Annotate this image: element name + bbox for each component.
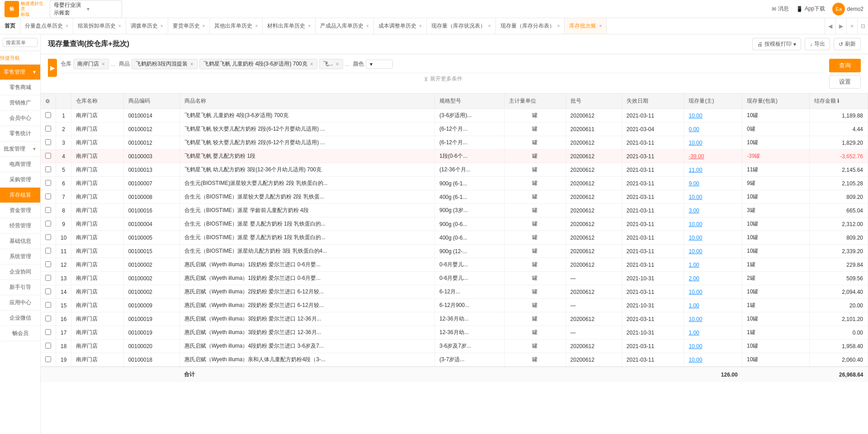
row-stock-main[interactable]: 9.00 xyxy=(684,177,742,190)
col-settings-header[interactable]: ⚙ xyxy=(41,94,56,109)
row-checkbox[interactable] xyxy=(45,316,51,321)
row-stock-main[interactable]: 11.00 xyxy=(684,163,742,177)
row-checkbox[interactable] xyxy=(45,112,51,118)
product-filter-tag-1[interactable]: 飞鹤奶粉3段丙混提装 × xyxy=(132,59,198,69)
sidebar-item-operations[interactable]: 经营管理 xyxy=(0,218,40,234)
nav-close-all[interactable]: × xyxy=(846,18,857,34)
product-filter-tag-2[interactable]: 飞鹤星飞帆 儿童奶粉 4段(3-6岁适用) 700克 × xyxy=(199,59,317,69)
tab-diaobodanhist[interactable]: 调拨单历史 × xyxy=(126,18,168,34)
sidebar-item-ecommerce[interactable]: 电商管理 xyxy=(0,157,40,172)
sidebar-item-enterprise-collab[interactable]: 企业协同 xyxy=(0,264,40,280)
row-checkbox-cell[interactable] xyxy=(41,231,56,245)
row-checkbox[interactable] xyxy=(45,302,51,308)
tab-zuzhangchaichu[interactable]: 组装拆卸单历史 × xyxy=(73,18,126,34)
row-checkbox-cell[interactable] xyxy=(41,353,56,367)
store-selector[interactable]: 母婴行业演示账套 ▾ xyxy=(50,0,122,18)
row-checkbox[interactable] xyxy=(45,248,51,254)
sidebar-item-inventory-check[interactable]: 库存核算 xyxy=(0,188,40,203)
row-checkbox[interactable] xyxy=(45,275,51,281)
nav-expand-icon[interactable]: ⊡ xyxy=(857,18,868,34)
row-checkbox-cell[interactable] xyxy=(41,109,56,123)
tab-yaohuo[interactable]: 要货单历史 × xyxy=(168,18,210,34)
product-tag-2-close-icon[interactable]: × xyxy=(310,61,313,67)
row-stock-main[interactable]: 10.00 xyxy=(684,190,742,204)
row-stock-main[interactable]: 10.00 xyxy=(684,231,742,245)
tab-cailiaochukulist[interactable]: 材料出库单历史 × xyxy=(263,18,316,34)
row-checkbox-cell[interactable] xyxy=(41,245,56,258)
sidebar-item-member[interactable]: 会员中心 xyxy=(0,111,40,126)
tab-close-icon[interactable]: × xyxy=(308,24,311,28)
row-checkbox-cell[interactable] xyxy=(41,123,56,136)
tab-home[interactable]: 首页 xyxy=(0,18,20,34)
row-checkbox-cell[interactable] xyxy=(41,177,56,190)
product-filter-tag-3[interactable]: 飞... × xyxy=(319,59,343,69)
sidebar-item-retail-stats[interactable]: 零售统计 xyxy=(0,126,40,142)
row-stock-main[interactable]: 10.00 xyxy=(684,136,742,150)
row-checkbox-cell[interactable] xyxy=(41,312,56,326)
tab-qitachukulist[interactable]: 其他出库单历史 × xyxy=(210,18,263,34)
row-stock-main[interactable]: 10.00 xyxy=(684,217,742,231)
sidebar-item-retail-shop[interactable]: 零售商城 xyxy=(0,80,40,95)
tab-close-icon[interactable]: × xyxy=(366,24,369,28)
warehouse-tag-close-icon[interactable]: × xyxy=(102,61,105,67)
export-button[interactable]: ↓ 导出 xyxy=(805,38,830,50)
row-checkbox-cell[interactable] xyxy=(41,326,56,340)
row-checkbox-cell[interactable] xyxy=(41,258,56,272)
tab-close-icon[interactable]: × xyxy=(66,24,68,28)
row-checkbox[interactable] xyxy=(45,329,51,335)
row-checkbox[interactable] xyxy=(45,193,51,199)
sidebar-item-wholesale[interactable]: 批发管理 ▼ xyxy=(0,142,40,157)
row-checkbox-cell[interactable] xyxy=(41,340,56,353)
tab-close-icon[interactable]: × xyxy=(118,24,121,28)
row-checkbox[interactable] xyxy=(45,180,51,186)
row-stock-main[interactable]: 10.00 xyxy=(684,340,742,353)
tab-close-icon[interactable]: × xyxy=(599,24,602,28)
nav-prev-arrow[interactable]: ◀ xyxy=(825,18,835,34)
tab-close-icon[interactable]: × xyxy=(255,24,258,28)
row-checkbox[interactable] xyxy=(45,343,51,349)
sidebar-item-marketing[interactable]: 营销推广 xyxy=(0,95,40,111)
warehouse-filter-tag[interactable]: 南岸门店 × xyxy=(73,59,109,69)
tab-chengbentiaozhenghist[interactable]: 成本调整单历史 × xyxy=(374,18,427,34)
sidebar-item-retail-management[interactable]: 零售管理 ▼ xyxy=(0,65,40,80)
sidebar-item-member-vip[interactable]: 畅会员 xyxy=(0,326,40,341)
sidebar-item-guide[interactable]: 新手引导 xyxy=(0,280,40,295)
row-checkbox-cell[interactable] xyxy=(41,299,56,312)
row-checkbox[interactable] xyxy=(45,139,51,145)
filter-expand-button[interactable]: ▶ xyxy=(48,59,57,77)
color-select[interactable]: ▾ xyxy=(366,60,393,69)
row-checkbox-cell[interactable] xyxy=(41,136,56,150)
row-stock-main[interactable]: 10.00 xyxy=(684,245,742,258)
row-checkbox-cell[interactable] xyxy=(41,285,56,299)
row-stock-main[interactable]: 3.00 xyxy=(684,204,742,217)
tab-close-icon[interactable]: × xyxy=(160,24,163,28)
tab-chengpinruku[interactable]: 产成品入库单历史 × xyxy=(316,18,374,34)
row-checkbox-cell[interactable] xyxy=(41,163,56,177)
sidebar-item-basic-info[interactable]: 基础信息 xyxy=(0,234,40,249)
sidebar-item-purchase[interactable]: 采购管理 xyxy=(0,172,40,188)
tab-kucunpici[interactable]: 库存批次账 × xyxy=(565,18,607,34)
row-stock-main[interactable]: 1.00 xyxy=(684,258,742,272)
product-tag-3-close-icon[interactable]: × xyxy=(336,61,339,67)
tab-xiancunliangkucunzhuangkuang[interactable]: 现存量（库存状况表）× xyxy=(427,18,496,34)
expand-more-conditions[interactable]: ⊻ 展开更多条件 xyxy=(61,73,826,85)
row-checkbox[interactable] xyxy=(45,234,51,240)
nav-next-arrow[interactable]: ▶ xyxy=(835,18,846,34)
row-checkbox-cell[interactable] xyxy=(41,272,56,285)
row-checkbox[interactable] xyxy=(45,166,51,172)
refresh-button[interactable]: ↺ 刷新 xyxy=(834,38,861,50)
row-stock-main[interactable]: 1.00 xyxy=(684,326,742,340)
sidebar-item-enterprise-wechat[interactable]: 企业微信 xyxy=(0,311,40,326)
row-checkbox-cell[interactable] xyxy=(41,150,56,163)
message-button[interactable]: ✉ 消息 xyxy=(772,5,789,13)
row-checkbox[interactable] xyxy=(45,221,51,226)
row-checkbox[interactable] xyxy=(45,261,51,267)
row-checkbox[interactable] xyxy=(45,126,51,132)
row-checkbox-cell[interactable] xyxy=(41,217,56,231)
tab-close-icon[interactable]: × xyxy=(488,24,491,28)
tab-xiancunliangkucunfenbu[interactable]: 现存量（库存分布表）× xyxy=(496,18,565,34)
tab-close-icon[interactable]: × xyxy=(419,24,422,28)
row-stock-main[interactable]: 10.00 xyxy=(684,312,742,326)
row-checkbox[interactable] xyxy=(45,288,51,294)
warehouse-filter-more[interactable]: ... xyxy=(111,61,115,67)
